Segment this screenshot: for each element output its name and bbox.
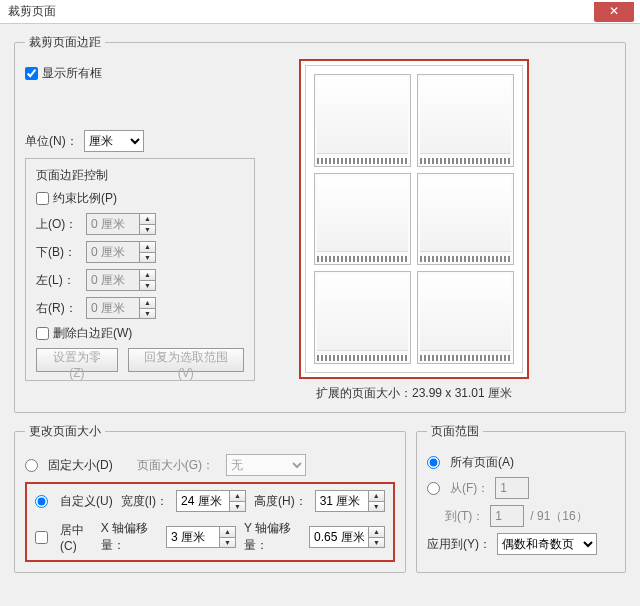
fixed-size-radio[interactable] [25, 459, 38, 472]
preview-thumb [417, 271, 514, 364]
page-range-group: 页面范围 所有页面(A) 从(F)： 到(T)： / 91（16） 应用到(Y)… [416, 423, 626, 573]
spin-down-icon[interactable]: ▼ [140, 309, 155, 319]
apply-to-select[interactable]: 偶数和奇数页 [497, 533, 597, 555]
constrain-label: 约束比例(P) [53, 190, 117, 207]
preview-thumb [314, 74, 411, 167]
spin-down-icon[interactable]: ▼ [369, 502, 384, 512]
spin-down-icon[interactable]: ▼ [140, 281, 155, 291]
page-total: / 91（16） [530, 508, 587, 525]
show-all-label: 显示所有框 [42, 65, 102, 82]
height-input[interactable] [315, 490, 369, 512]
right-label: 右(R)： [36, 300, 86, 317]
preview-thumb [417, 173, 514, 266]
spin-up-icon[interactable]: ▲ [369, 491, 384, 502]
set-zero-button[interactable]: 设置为零(Z) [36, 348, 118, 372]
title-bar: 裁剪页面 ✕ [0, 0, 640, 24]
from-radio[interactable] [427, 482, 440, 495]
crop-margin-group: 裁剪页面边距 显示所有框 单位(N)： 厘米 页面边距控制 [14, 34, 626, 413]
width-label: 宽度(I)： [121, 493, 168, 510]
bottom-label: 下(B)： [36, 244, 86, 261]
left-input[interactable] [86, 269, 140, 291]
spin-up-icon[interactable]: ▲ [140, 242, 155, 253]
bottom-input[interactable] [86, 241, 140, 263]
y-offset-input[interactable] [309, 526, 369, 548]
left-label: 左(L)： [36, 272, 86, 289]
margin-control-group: 页面边距控制 约束比例(P) 上(O)： ▲▼ 下(B)： ▲▼ 左(L)： [25, 158, 255, 381]
center-label: 居中(C) [60, 522, 93, 553]
all-pages-label: 所有页面(A) [450, 454, 514, 471]
close-button[interactable]: ✕ [594, 2, 634, 22]
custom-size-label: 自定义(U) [60, 493, 113, 510]
y-offset-label: Y 轴偏移量： [244, 520, 301, 554]
show-all-checkbox[interactable] [25, 67, 38, 80]
preview-thumb [314, 271, 411, 364]
center-checkbox[interactable] [35, 531, 48, 544]
preview-caption: 扩展的页面大小：23.99 x 31.01 厘米 [299, 385, 529, 402]
remove-white-label: 删除白边距(W) [53, 325, 132, 342]
spin-down-icon[interactable]: ▼ [220, 538, 235, 548]
change-size-group: 更改页面大小 固定大小(D) 页面大小(G)： 无 自定义(U) 宽度(I)： … [14, 423, 406, 573]
right-input[interactable] [86, 297, 140, 319]
width-input[interactable] [176, 490, 230, 512]
spin-up-icon[interactable]: ▲ [140, 298, 155, 309]
apply-to-label: 应用到(Y)： [427, 536, 491, 553]
spin-down-icon[interactable]: ▼ [140, 225, 155, 235]
spin-up-icon[interactable]: ▲ [230, 491, 245, 502]
change-size-legend: 更改页面大小 [25, 423, 105, 440]
to-label: 到(T)： [445, 508, 484, 525]
custom-size-radio[interactable] [35, 495, 48, 508]
spin-up-icon[interactable]: ▲ [140, 214, 155, 225]
to-input[interactable] [490, 505, 524, 527]
top-label: 上(O)： [36, 216, 86, 233]
from-label: 从(F)： [450, 480, 489, 497]
spin-down-icon[interactable]: ▼ [140, 253, 155, 263]
revert-button[interactable]: 回复为选取范围(V) [128, 348, 244, 372]
page-size-label: 页面大小(G)： [137, 457, 214, 474]
preview-thumb [417, 74, 514, 167]
spin-down-icon[interactable]: ▼ [230, 502, 245, 512]
fixed-size-label: 固定大小(D) [48, 457, 113, 474]
constrain-checkbox[interactable] [36, 192, 49, 205]
page-size-select[interactable]: 无 [226, 454, 306, 476]
custom-size-highlight: 自定义(U) 宽度(I)： ▲▼ 高度(H)： ▲▼ 居中(C) X 轴偏移量：… [25, 482, 395, 562]
from-input[interactable] [495, 477, 529, 499]
unit-label: 单位(N)： [25, 133, 78, 150]
page-range-legend: 页面范围 [427, 423, 483, 440]
preview-box [299, 59, 529, 379]
spin-up-icon[interactable]: ▲ [220, 527, 235, 538]
spin-up-icon[interactable]: ▲ [369, 527, 384, 538]
spin-down-icon[interactable]: ▼ [369, 538, 384, 548]
margin-control-legend: 页面边距控制 [36, 167, 244, 184]
x-offset-input[interactable] [166, 526, 220, 548]
preview-thumb [314, 173, 411, 266]
remove-white-checkbox[interactable] [36, 327, 49, 340]
window-title: 裁剪页面 [8, 3, 56, 20]
spin-up-icon[interactable]: ▲ [140, 270, 155, 281]
crop-margin-legend: 裁剪页面边距 [25, 34, 105, 51]
top-input[interactable] [86, 213, 140, 235]
preview-page [305, 65, 523, 373]
unit-select[interactable]: 厘米 [84, 130, 144, 152]
all-pages-radio[interactable] [427, 456, 440, 469]
x-offset-label: X 轴偏移量： [101, 520, 158, 554]
height-label: 高度(H)： [254, 493, 307, 510]
